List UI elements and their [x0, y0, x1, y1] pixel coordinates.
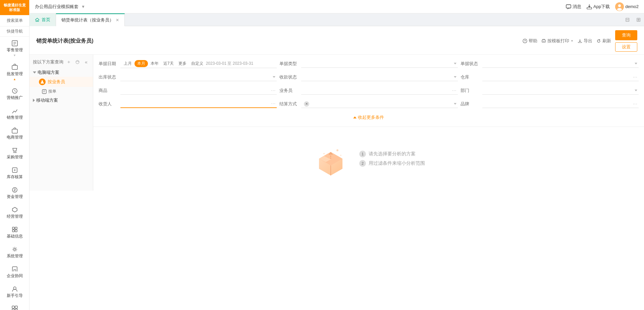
wholesale-arrow: ▲ — [13, 78, 16, 81]
out-status-label: 出库状态 — [99, 74, 120, 80]
department-select[interactable] — [482, 87, 639, 95]
staff-icon — [39, 79, 46, 85]
settlement-select[interactable]: ✕ — [301, 100, 458, 108]
sidebar-item-sales[interactable]: 销售管理 — [0, 104, 29, 124]
svg-point-12 — [14, 248, 16, 250]
message-btn[interactable]: 消息 — [566, 4, 581, 10]
consignee-input[interactable]: ··· — [120, 100, 277, 108]
tab-bar-buttons: ⊟ ⊞ — [622, 13, 644, 26]
sidebar-item-wholesale[interactable]: 批发管理 ▲ — [0, 60, 29, 84]
sidebar-search[interactable]: 搜索菜单 — [0, 15, 29, 27]
collapse-panel-btn[interactable]: « — [83, 59, 90, 65]
filter-department: 部门 — [461, 86, 639, 96]
svg-point-5 — [15, 152, 16, 153]
salesperson-input[interactable]: ··· — [301, 87, 458, 95]
svg-rect-29 — [42, 90, 46, 94]
refresh-btn[interactable]: 刷新 — [596, 38, 611, 44]
header-left: 办公用品行业模拟账套 ▼ — [35, 4, 85, 10]
sidebar-item-purchase[interactable]: 采购管理 — [0, 144, 29, 163]
tab-maximize-btn[interactable]: ⊞ — [633, 13, 644, 26]
header-dropdown-arrow[interactable]: ▼ — [81, 4, 85, 9]
tab-sales-stat[interactable]: 销货单统计表（按业务员） ✕ — [56, 13, 125, 26]
left-panel-icons: ＋ « — [65, 59, 90, 65]
export-btn[interactable]: 导出 — [578, 38, 592, 44]
collapse-btn[interactable]: 收起更多条件 — [99, 112, 639, 122]
date-tab-thisyear[interactable]: 本年 — [149, 60, 161, 67]
sidebar-item-finance[interactable]: 资金管理 — [0, 183, 29, 203]
sidebar-item-system[interactable]: 系统管理 — [0, 243, 29, 262]
scheme-group-desktop-header[interactable]: 电脑端方案 — [30, 68, 93, 77]
scheme-group-mobile-header[interactable]: 移动端方案 — [30, 96, 93, 105]
refresh-scheme-btn[interactable] — [74, 59, 81, 65]
sidebar-item-marketing[interactable]: 营销推广 — [0, 84, 29, 104]
out-status-select[interactable] — [120, 73, 277, 81]
filter-row-2: 出库状态 收款状态 — [99, 72, 639, 82]
consignee-text-input[interactable] — [122, 101, 270, 106]
doc-status-select[interactable] — [482, 60, 639, 68]
sidebar-item-enterprise[interactable]: 企业协同 — [0, 262, 29, 282]
salesperson-dots[interactable]: ··· — [452, 88, 456, 94]
svg-point-25 — [525, 42, 525, 42]
svg-point-22 — [618, 4, 621, 7]
help-btn[interactable]: 帮助 — [523, 38, 537, 44]
filter-row-4: 收货人 ··· 结算方式 ✕ — [99, 99, 639, 109]
filter-date: 单据日期 上月 本月 本年 近7天 更多 自定义 2023-03-01 至 20… — [99, 59, 277, 69]
scheme-item-by-staff[interactable]: 按业务员 — [30, 77, 93, 87]
tab-home[interactable]: 首页 — [30, 13, 56, 26]
header-title: 办公用品行业模拟账套 — [35, 4, 78, 10]
app-download-btn[interactable]: App下载 — [587, 4, 610, 10]
svg-rect-10 — [12, 230, 14, 232]
receipt-status-select[interactable] — [301, 73, 458, 81]
sidebar-item-inventory[interactable]: 库存核算 — [0, 163, 29, 183]
sidebar: 畅捷通好生意 标准版 搜索菜单 快捷导航 零售管理 ▼ 批发管理 ▲ 营销推广 … — [0, 0, 30, 310]
sidebar-item-ecommerce[interactable]: 电商管理 — [0, 124, 29, 144]
svg-point-31 — [340, 155, 341, 156]
sidebar-item-newbie[interactable]: 新手引导 — [0, 282, 29, 302]
query-button[interactable]: 查询 — [615, 30, 637, 40]
sidebar-item-operation[interactable]: 经营管理 — [0, 203, 29, 223]
ecommerce-icon — [11, 127, 18, 134]
date-tab-custom[interactable]: 自定义 — [189, 60, 205, 67]
settlement-arrow — [454, 103, 457, 105]
scheme-item-by-order[interactable]: 按单 — [30, 87, 93, 96]
print-btn[interactable]: 按模板打印 ▼ — [541, 38, 574, 44]
settings-button[interactable]: 设置 — [615, 42, 637, 52]
goods-dots[interactable]: ··· — [271, 88, 275, 94]
date-label: 单据日期 — [99, 61, 120, 67]
sidebar-item-basic[interactable]: 基础信息 — [0, 223, 29, 243]
svg-point-32 — [323, 153, 325, 154]
tip-text-1: 请先选择要分析的方案 — [369, 151, 416, 157]
warehouse-dots[interactable]: ··· — [633, 74, 637, 80]
svg-rect-19 — [566, 5, 571, 8]
filter-row-1: 单据日期 上月 本月 本年 近7天 更多 自定义 2023-03-01 至 20… — [99, 59, 639, 69]
sidebar-item-apps[interactable]: 应用中心 — [0, 302, 29, 310]
goods-input[interactable]: ··· — [120, 87, 277, 95]
filter-goods: 商品 ··· — [99, 86, 277, 96]
svg-rect-3 — [12, 129, 17, 133]
svg-point-4 — [13, 152, 14, 153]
brand-input[interactable]: ··· — [482, 100, 639, 108]
svg-rect-20 — [587, 7, 592, 9]
sidebar-logo[interactable]: 畅捷通好生意 标准版 — [0, 0, 29, 15]
sidebar-quick-nav[interactable]: 快捷导航 — [0, 27, 29, 37]
marketing-icon — [11, 88, 18, 94]
tip-num-1: 1 — [359, 151, 366, 157]
consignee-dots[interactable]: ··· — [271, 101, 275, 107]
date-tab-7days[interactable]: 近7天 — [161, 60, 176, 67]
doc-type-select[interactable] — [301, 60, 458, 68]
date-tab-thismonth[interactable]: 本月 — [135, 60, 148, 67]
settlement-clear-btn[interactable]: ✕ — [304, 101, 309, 107]
export-label: 导出 — [584, 38, 592, 44]
add-scheme-btn[interactable]: ＋ — [65, 59, 72, 65]
tab-close-btn[interactable]: ✕ — [116, 18, 119, 22]
date-tab-lastmonth[interactable]: 上月 — [122, 60, 134, 67]
page-title: 销货单统计表(按业务员) — [36, 38, 94, 45]
warehouse-input[interactable]: ··· — [482, 73, 639, 81]
tab-minimize-btn[interactable]: ⊟ — [622, 13, 633, 26]
filter-area: 单据日期 上月 本月 本年 近7天 更多 自定义 2023-03-01 至 20… — [93, 55, 644, 127]
svg-rect-17 — [15, 309, 17, 310]
brand-dots[interactable]: ··· — [633, 101, 637, 107]
date-tab-more[interactable]: 更多 — [176, 60, 189, 67]
sidebar-item-retail[interactable]: 零售管理 ▼ — [0, 37, 29, 60]
user-info[interactable]: demo2 — [615, 2, 639, 11]
